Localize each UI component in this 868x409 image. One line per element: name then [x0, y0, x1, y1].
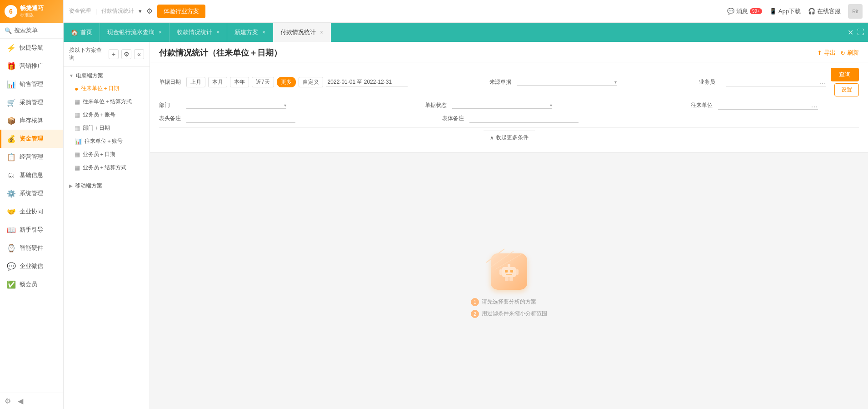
sidebar-item-cooperation[interactable]: 🤝 企业协同 [0, 202, 63, 221]
tab-bank-flow[interactable]: 现金银行流水查询 × [100, 23, 170, 42]
counterparty-input[interactable] [718, 102, 811, 108]
guide-icon: 📖 [7, 225, 16, 234]
sidebar-item-guide[interactable]: 📖 新手引导 [0, 221, 63, 239]
salesman-select[interactable]: … [726, 78, 826, 86]
sidebar: 6 畅捷通巧 标准版 🔍 搜索菜单 ⚡ 快捷导航 🎁 营销推广 📊 销售管理 🛒… [0, 0, 64, 409]
svg-line-1 [491, 251, 514, 267]
search-menu[interactable]: 🔍 搜索菜单 [0, 23, 63, 39]
footer-settings-icon[interactable]: ⚙ [5, 397, 11, 405]
doc-status-input[interactable] [452, 102, 550, 108]
date-btn-custom[interactable]: 自定义 [299, 77, 323, 87]
tab-expand-icon[interactable]: ⛶ [857, 28, 864, 36]
scheme-item-1[interactable]: ▦ 往来单位＋结算方式 [64, 95, 150, 108]
collapse-btn-row: ∧ 收起更多条件 [159, 127, 859, 147]
scheme-item-icon-1: ▦ [75, 98, 80, 105]
scheme-item-4[interactable]: 📊 往来单位＋账号 [64, 135, 150, 148]
sidebar-item-purchase[interactable]: 🛒 采购管理 [0, 93, 63, 111]
collapse-conditions-btn[interactable]: ∧ 收起更多条件 [484, 131, 535, 144]
scheme-settings-btn[interactable]: ⚙ [121, 49, 131, 59]
messages-badge: 99+ [750, 8, 762, 14]
filter-row-3: 表头备注 表体备注 [159, 114, 859, 123]
date-btn-this-year[interactable]: 本年 [230, 77, 249, 87]
app-subtitle: 标准版 [20, 12, 44, 18]
date-range-input[interactable]: 2022-01-01 至 2022-12-31 [326, 78, 408, 86]
scheme-item-5[interactable]: ▦ 业务员＋日期 [64, 148, 150, 161]
finance-icon: 💰 [7, 134, 16, 143]
scheme-collapse-btn[interactable]: « [134, 49, 144, 59]
tab-new-scheme-close[interactable]: × [262, 29, 265, 35]
date-btn-last-month[interactable]: 上月 [186, 77, 205, 87]
dept-input[interactable] [186, 102, 284, 108]
tab-receivable-close[interactable]: × [216, 29, 219, 35]
content-area: 付款情况统计（往来单位＋日期） ⬆ 导出 ↻ 刷新 单据日期 [150, 42, 868, 409]
source-select[interactable]: ▾ [517, 79, 617, 86]
counterparty-dots-btn[interactable]: … [811, 101, 818, 109]
page-header: 付款情况统计（往来单位＋日期） ⬆ 导出 ↻ 刷新 [150, 42, 868, 62]
purchase-icon: 🛒 [7, 98, 16, 107]
tab-payment-stat-close[interactable]: × [320, 29, 323, 35]
query-button[interactable]: 查询 [831, 68, 859, 81]
sidebar-item-finance[interactable]: 💰 资金管理 [0, 130, 63, 148]
date-btn-more[interactable]: 更多 [277, 77, 296, 87]
source-input[interactable] [517, 79, 614, 85]
sidebar-item-inventory[interactable]: 📦 库存核算 [0, 111, 63, 130]
scheme-group-desktop-title[interactable]: ▼ 电脑端方案 [64, 70, 150, 82]
export-button[interactable]: ⬆ 导出 [817, 49, 836, 57]
dept-select[interactable]: ▾ [186, 102, 286, 109]
counterparty-label: 往来单位 [691, 101, 713, 109]
messages-action[interactable]: 💬 消息 99+ [727, 7, 762, 15]
sidebar-item-marketing[interactable]: 🎁 营销推广 [0, 57, 63, 75]
setting-button[interactable]: 设置 [834, 83, 859, 96]
scheme-item-2[interactable]: ▦ 业务员＋账号 [64, 108, 150, 121]
tab-home[interactable]: 🏠 首页 [64, 23, 100, 42]
doc-status-select[interactable]: ▾ [452, 102, 552, 109]
scheme-item-label-4: 往来单位＋账号 [85, 137, 123, 145]
sidebar-item-sales[interactable]: 📊 销售管理 [0, 75, 63, 93]
sidebar-item-vip[interactable]: ✅ 畅会员 [0, 275, 63, 293]
refresh-button[interactable]: ↻ 刷新 [840, 49, 859, 57]
scheme-group-mobile-label: 移动端方案 [75, 182, 102, 190]
sidebar-item-label: 畅会员 [20, 280, 37, 288]
salesman-input[interactable] [726, 79, 819, 85]
sidebar-item-basic-info[interactable]: 🗂 基础信息 [0, 166, 63, 184]
trial-button[interactable]: 体验行业方案 [157, 5, 205, 18]
sidebar-item-operation[interactable]: 📋 经营管理 [0, 148, 63, 166]
body-notes-input[interactable] [469, 114, 579, 123]
sidebar-item-hardware[interactable]: ⌚ 智能硬件 [0, 239, 63, 257]
user-avatar[interactable]: Rit [848, 4, 863, 19]
topbar: 资金管理 | 付款情况统计 ▾ ⚙ 体验行业方案 💬 消息 99+ 📱 App下… [64, 0, 868, 23]
scheme-add-btn[interactable]: + [109, 49, 119, 59]
tab-bank-flow-close[interactable]: × [159, 29, 162, 35]
tab-receivable-label: 收款情况统计 [177, 28, 212, 36]
date-btn-last-7days[interactable]: 近7天 [252, 77, 274, 87]
sidebar-item-sys-mgmt[interactable]: ⚙️ 系统管理 [0, 184, 63, 202]
sidebar-item-wechat[interactable]: 💬 企业微信 [0, 257, 63, 275]
scheme-group-label: 电脑端方案 [76, 72, 103, 80]
salesman-dots-btn[interactable]: … [819, 78, 826, 86]
tab-close-all-icon[interactable]: ✕ [848, 28, 853, 37]
header-notes-input[interactable] [186, 114, 295, 123]
scheme-item-label-5: 业务员＋日期 [83, 151, 115, 158]
source-label: 来源单据 [489, 78, 512, 86]
tab-payment-stat[interactable]: 付款情况统计 × [273, 23, 331, 42]
svg-rect-10 [505, 277, 509, 281]
scheme-item-0[interactable]: ● 往来单位＋日期 [64, 82, 150, 95]
breadcrumb-dropdown[interactable]: ▾ [139, 8, 142, 15]
date-btn-this-month[interactable]: 本月 [208, 77, 227, 87]
tab-new-scheme[interactable]: 新建方案 × [227, 23, 273, 42]
sidebar-nav: ⚡ 快捷导航 🎁 营销推广 📊 销售管理 🛒 采购管理 📦 库存核算 💰 资金管… [0, 39, 63, 393]
scheme-item-3[interactable]: ▦ 部门＋日期 [64, 121, 150, 135]
sys-mgmt-icon: ⚙️ [7, 189, 16, 198]
tab-receivable[interactable]: 收款情况统计 × [170, 23, 227, 42]
scheme-item-icon-0: ● [75, 85, 78, 92]
hint-num-1: 1 [471, 298, 479, 306]
scheme-item-6[interactable]: ▦ 业务员＋结算方式 [64, 161, 150, 174]
footer-collapse-icon[interactable]: ◀ [18, 397, 23, 405]
online-service-action[interactable]: 🎧 在线客服 [808, 7, 841, 15]
topbar-gear-icon[interactable]: ⚙ [146, 7, 153, 15]
sidebar-item-quick-nav[interactable]: ⚡ 快捷导航 [0, 39, 63, 57]
svg-line-0 [486, 249, 504, 263]
counterparty-select[interactable]: … [718, 101, 818, 110]
scheme-group-mobile-title[interactable]: ▶ 移动端方案 [64, 180, 150, 192]
app-download-action[interactable]: 📱 App下载 [769, 7, 801, 15]
